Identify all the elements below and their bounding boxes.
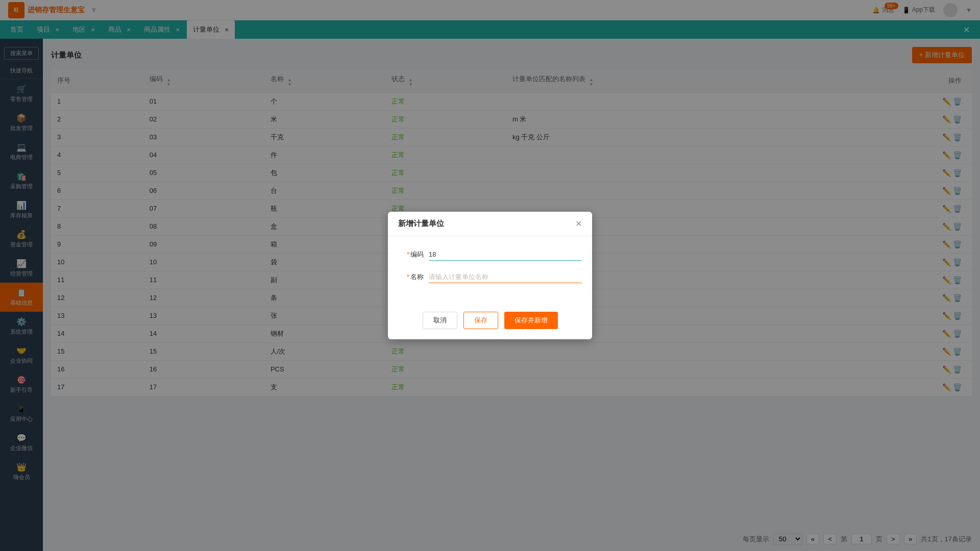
modal-header: 新增计量单位 ✕ <box>388 212 592 236</box>
form-label-code: *编码 <box>398 250 424 259</box>
required-star-code: * <box>407 251 409 258</box>
modal-overlay: 新增计量单位 ✕ *编码 *名称 取消 保存 保存并新增 <box>0 0 980 551</box>
cancel-button[interactable]: 取消 <box>423 312 457 329</box>
form-label-name: *名称 <box>398 272 424 282</box>
modal-footer: 取消 保存 保存并新增 <box>388 306 592 339</box>
modal-close-button[interactable]: ✕ <box>575 219 582 229</box>
save-button[interactable]: 保存 <box>463 312 498 329</box>
form-row-code: *编码 <box>398 248 582 261</box>
modal-body: *编码 *名称 <box>388 236 592 306</box>
required-star-name: * <box>407 273 409 281</box>
form-row-name: *名称 <box>398 271 582 283</box>
save-and-new-button[interactable]: 保存并新增 <box>504 312 558 329</box>
add-measure-modal: 新增计量单位 ✕ *编码 *名称 取消 保存 保存并新增 <box>388 212 592 339</box>
name-input[interactable] <box>429 271 582 283</box>
modal-title: 新增计量单位 <box>398 219 444 229</box>
code-input[interactable] <box>429 248 582 261</box>
